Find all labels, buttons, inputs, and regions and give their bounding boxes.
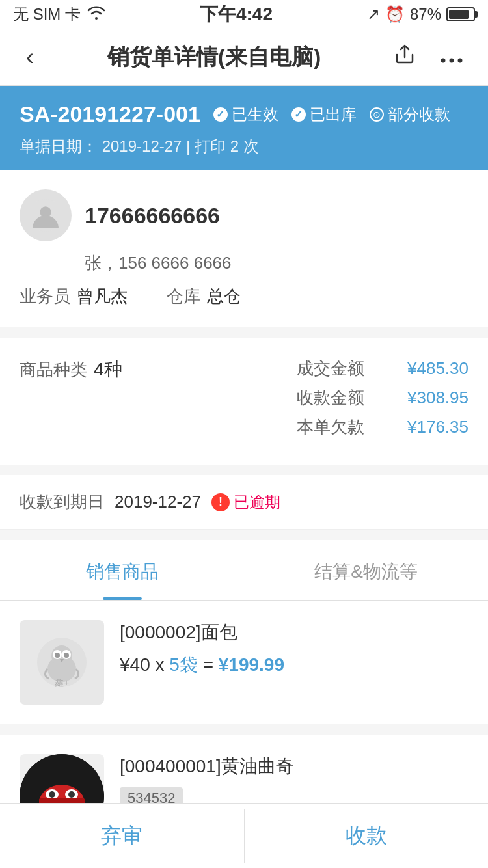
more-button[interactable] [435,41,468,74]
alarm-icon: ⏰ [385,5,405,23]
svg-point-17 [49,791,55,798]
product-info-bread: [0000002]面包 ¥40 x 5袋 = ¥199.99 [120,620,468,677]
time-text: 下午4:42 [200,2,273,27]
debt-value: ¥176.35 [377,417,468,437]
received-label: 收款金额 [297,387,364,409]
svg-point-1 [450,58,454,62]
svg-point-2 [458,58,463,62]
salesperson-label: 业务员 [20,285,70,308]
carrier-text: 无 SIM 卡 [13,4,81,25]
product-qty-bread: 5袋 [169,655,198,675]
nav-actions [388,38,468,76]
product-name-bread: [0000002]面包 [120,620,468,645]
svg-text:鑫+: 鑫+ [55,677,69,688]
overdue-badge: ! 已逾期 [211,492,280,513]
avatar [20,189,72,241]
wifi-icon [87,5,105,23]
collect-button[interactable]: 收款 [245,809,489,863]
svg-point-18 [68,791,75,798]
status-partial: ⊙ 部分收款 [370,104,450,125]
status-shipped: ✓ 已出库 [291,104,357,125]
svg-point-10 [55,653,60,658]
debt-label: 本单欠款 [297,416,364,439]
deal-amount-value: ¥485.30 [377,359,468,379]
customer-section: 17666666666 张，156 6666 6666 业务员 曾凡杰 仓库 总… [0,170,488,327]
received-value: ¥308.95 [377,388,468,408]
location-icon: ↗ [367,5,380,23]
due-date: 2019-12-27 [115,492,201,512]
tab-sales-products[interactable]: 销售商品 [0,540,244,600]
status-bar: 无 SIM 卡 下午4:42 ↗ ⏰ 87% [0,0,488,29]
product-thumb-bread: 鑫+ [20,620,104,705]
order-date-row: 单据日期： 2019-12-27 | 打印 2 次 [20,136,468,157]
product-item-bread: 鑫+ [0000002]面包 ¥40 x 5袋 = ¥199.99 [0,601,488,724]
check-icon-1: ✓ [213,107,228,122]
tabs-section: 销售商品 结算&物流等 [0,540,488,601]
overdue-icon: ! [211,493,230,511]
deal-amount-label: 成交金额 [297,357,364,380]
customer-meta: 业务员 曾凡杰 仓库 总仓 [20,285,468,308]
back-button[interactable]: ‹ [20,37,40,77]
nav-title: 销货单详情(来自电脑) [107,42,321,72]
svg-point-0 [441,58,446,62]
summary-section: 商品种类 4种 成交金额 ¥485.30 收款金额 ¥308.95 本单欠款 ¥… [0,338,488,465]
check-icon-2: ✓ [291,107,306,122]
product-name-cookie: [000400001]黄油曲奇 [120,754,468,779]
clock-icon: ⊙ [370,107,384,122]
product-price-bread: ¥40 x 5袋 = ¥199.99 [120,653,468,677]
warehouse-value: 总仓 [207,285,241,308]
owl-icon: 鑫+ [20,620,104,705]
product-total-bread: ¥199.99 [219,655,284,675]
share-button[interactable] [388,38,422,76]
tab-settlement-logistics[interactable]: 结算&物流等 [244,540,488,600]
customer-name: 张，156 6666 6666 [85,252,468,275]
battery-icon [446,7,475,21]
cancel-audit-button[interactable]: 弃审 [0,809,245,863]
bottom-bar: 弃审 收款 [0,803,488,868]
due-label: 收款到期日 [20,491,104,513]
due-section: 收款到期日 2019-12-27 ! 已逾期 [0,475,488,530]
status-effective: ✓ 已生效 [213,104,278,125]
summary-right: 成交金额 ¥485.30 收款金额 ¥308.95 本单欠款 ¥176.35 [297,357,468,445]
nav-bar: ‹ 销货单详情(来自电脑) [0,29,488,86]
kinds-label: 商品种类 [20,359,87,381]
order-header: SA-20191227-001 ✓ 已生效 ✓ 已出库 ⊙ 部分收款 单据日期：… [0,86,488,170]
warehouse-label: 仓库 [167,285,200,308]
overdue-text: 已逾期 [234,492,280,513]
svg-point-11 [64,653,69,658]
order-id: SA-20191227-001 [20,102,200,127]
salesperson-value: 曾凡杰 [77,285,128,308]
kinds-value: 4种 [94,357,122,382]
battery-percent: 87% [410,5,441,23]
customer-phone: 17666666666 [85,203,220,228]
